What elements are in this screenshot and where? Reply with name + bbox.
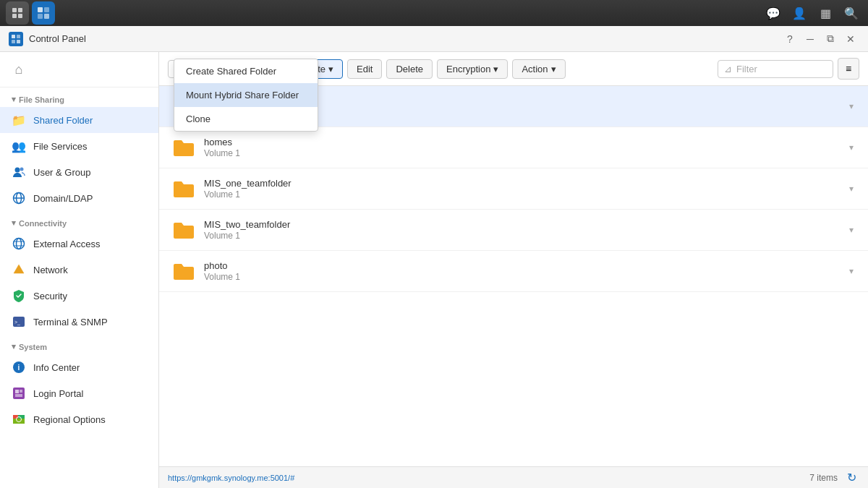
folder-info: MIS_two_teamfolder Volume 1 bbox=[204, 219, 846, 241]
sidebar-item-external-access[interactable]: External Access bbox=[0, 231, 158, 257]
folder-info: homes Volume 1 bbox=[204, 137, 846, 158]
row-chevron-icon[interactable]: ▾ bbox=[846, 263, 856, 279]
row-chevron-icon[interactable]: ▾ bbox=[846, 98, 856, 114]
svg-rect-9 bbox=[17, 35, 20, 38]
svg-rect-28 bbox=[15, 394, 22, 397]
svg-rect-31 bbox=[13, 419, 25, 424]
folder-icon bbox=[171, 217, 197, 243]
sidebar-item-terminal-snmp[interactable]: >_ Terminal & SNMP bbox=[0, 309, 158, 335]
folder-icon bbox=[171, 134, 197, 160]
sidebar-section-system[interactable]: ▾ System bbox=[0, 335, 158, 354]
taskbar-right: 💬 👤 ▦ 🔍 bbox=[762, 2, 862, 24]
svg-point-17 bbox=[14, 239, 25, 249]
help-button[interactable]: ? bbox=[781, 30, 799, 48]
encryption-button[interactable]: Encryption ▾ bbox=[437, 59, 508, 79]
sidebar-item-shared-folder[interactable]: 📁 Shared Folder bbox=[0, 107, 158, 133]
svg-rect-2 bbox=[12, 14, 17, 18]
chevron-down-icon-3: ▾ bbox=[12, 342, 16, 351]
svg-point-13 bbox=[20, 168, 24, 171]
svg-rect-4 bbox=[38, 7, 43, 12]
table-row[interactable]: homes Volume 1 ▾ bbox=[159, 127, 868, 168]
maximize-button[interactable]: ⧉ bbox=[822, 30, 839, 48]
close-button[interactable]: ✕ bbox=[842, 30, 859, 48]
sidebar-item-info-center[interactable]: i Info Center bbox=[0, 354, 158, 380]
external-access-icon bbox=[12, 236, 26, 251]
search-icon[interactable]: 🔍 bbox=[841, 2, 862, 24]
mount-hybrid-share-folder-item[interactable]: Mount Hybrid Share Folder bbox=[174, 83, 318, 107]
svg-text:>_: >_ bbox=[14, 320, 20, 325]
sidebar: ⌂ ▾ File Sharing 📁 Shared Folder 👥 File … bbox=[0, 52, 159, 488]
home-icon[interactable]: ⌂ bbox=[9, 59, 29, 80]
status-bar: https://gmkgmk.synology.me:5001/# 7 item… bbox=[159, 466, 868, 488]
shared-folder-icon: 📁 bbox=[12, 113, 26, 127]
sidebar-item-file-services[interactable]: 👥 File Services bbox=[0, 133, 158, 159]
sidebar-item-login-portal[interactable]: Login Portal bbox=[0, 380, 158, 406]
svg-rect-3 bbox=[18, 14, 22, 18]
security-icon bbox=[12, 288, 26, 303]
folder-info: MIS_one_teamfolder Volume 1 bbox=[204, 178, 846, 200]
control-panel-window: Control Panel ? ─ ⧉ ✕ ⌂ ▾ File Sharing 📁… bbox=[0, 26, 868, 488]
taskbar-grid-btn[interactable] bbox=[6, 1, 29, 25]
minimize-button[interactable]: ─ bbox=[801, 30, 819, 48]
create-chevron-icon: ▾ bbox=[328, 64, 333, 74]
svg-text:i: i bbox=[18, 364, 20, 372]
chat-icon[interactable]: 💬 bbox=[762, 2, 784, 24]
encryption-chevron-icon: ▾ bbox=[493, 64, 498, 74]
user-group-icon bbox=[12, 165, 26, 179]
svg-point-18 bbox=[17, 239, 22, 249]
svg-rect-10 bbox=[12, 40, 15, 43]
main-layout: ⌂ ▾ File Sharing 📁 Shared Folder 👥 File … bbox=[0, 52, 868, 488]
info-center-icon: i bbox=[12, 360, 26, 374]
row-chevron-icon[interactable]: ▾ bbox=[846, 222, 856, 238]
svg-rect-27 bbox=[20, 390, 22, 393]
file-services-icon: 👥 bbox=[12, 139, 26, 153]
status-url: https://gmkgmk.synology.me:5001/# bbox=[168, 474, 294, 482]
svg-rect-8 bbox=[12, 35, 15, 38]
domain-ldap-icon bbox=[12, 191, 26, 205]
sidebar-section-file-sharing[interactable]: ▾ File Sharing bbox=[0, 87, 158, 107]
clone-item[interactable]: Clone bbox=[174, 107, 318, 131]
sidebar-home[interactable]: ⌂ bbox=[0, 52, 158, 87]
sidebar-item-security[interactable]: Security bbox=[0, 283, 158, 309]
svg-rect-7 bbox=[44, 14, 49, 19]
folder-list: Employeetraining Volume 1 ▾ homes Volume… bbox=[159, 86, 868, 466]
svg-rect-1 bbox=[18, 8, 22, 12]
svg-rect-26 bbox=[15, 390, 19, 393]
folder-info: photo Volume 1 bbox=[204, 260, 846, 282]
refresh-button[interactable]: ↻ bbox=[843, 470, 859, 486]
sidebar-section-connectivity[interactable]: ▾ Connectivity bbox=[0, 211, 158, 231]
row-chevron-icon[interactable]: ▾ bbox=[846, 181, 856, 197]
svg-point-12 bbox=[15, 168, 20, 173]
network-icon bbox=[12, 262, 26, 277]
svg-rect-29 bbox=[13, 415, 18, 419]
list-view-button[interactable]: ≡ bbox=[838, 58, 859, 80]
taskbar-app-btn[interactable] bbox=[32, 1, 55, 25]
row-chevron-icon[interactable]: ▾ bbox=[846, 140, 856, 155]
filter-box[interactable]: ⊿ Filter bbox=[718, 60, 833, 78]
svg-rect-0 bbox=[12, 8, 17, 12]
folder-icon bbox=[171, 176, 197, 202]
sidebar-item-domain-ldap[interactable]: Domain/LDAP bbox=[0, 185, 158, 211]
window-titlebar: Control Panel ? ─ ⧉ ✕ bbox=[0, 26, 868, 52]
regional-options-icon bbox=[12, 412, 26, 427]
create-shared-folder-item[interactable]: Create Shared Folder bbox=[174, 59, 318, 83]
table-row[interactable]: MIS_one_teamfolder Volume 1 ▾ bbox=[159, 168, 868, 210]
svg-rect-11 bbox=[17, 40, 20, 43]
user-icon[interactable]: 👤 bbox=[788, 2, 810, 24]
folder-icon bbox=[171, 258, 197, 284]
svg-rect-6 bbox=[38, 14, 43, 19]
sidebar-item-user-group[interactable]: User & Group bbox=[0, 159, 158, 185]
table-row[interactable]: MIS_two_teamfolder Volume 1 ▾ bbox=[159, 210, 868, 251]
terminal-icon: >_ bbox=[12, 314, 26, 329]
login-portal-icon bbox=[12, 386, 26, 401]
window-controls: ? ─ ⧉ ✕ bbox=[781, 30, 859, 48]
table-row[interactable]: photo Volume 1 ▾ bbox=[159, 251, 868, 292]
filter-icon: ⊿ bbox=[724, 64, 732, 74]
grid-view-icon[interactable]: ▦ bbox=[814, 2, 836, 24]
delete-button[interactable]: Delete bbox=[386, 59, 433, 79]
sidebar-item-regional-options[interactable]: Regional Options bbox=[0, 406, 158, 432]
action-chevron-icon: ▾ bbox=[551, 64, 556, 74]
edit-button[interactable]: Edit bbox=[347, 59, 382, 79]
action-button[interactable]: Action ▾ bbox=[512, 59, 565, 79]
sidebar-item-network[interactable]: Network bbox=[0, 257, 158, 283]
